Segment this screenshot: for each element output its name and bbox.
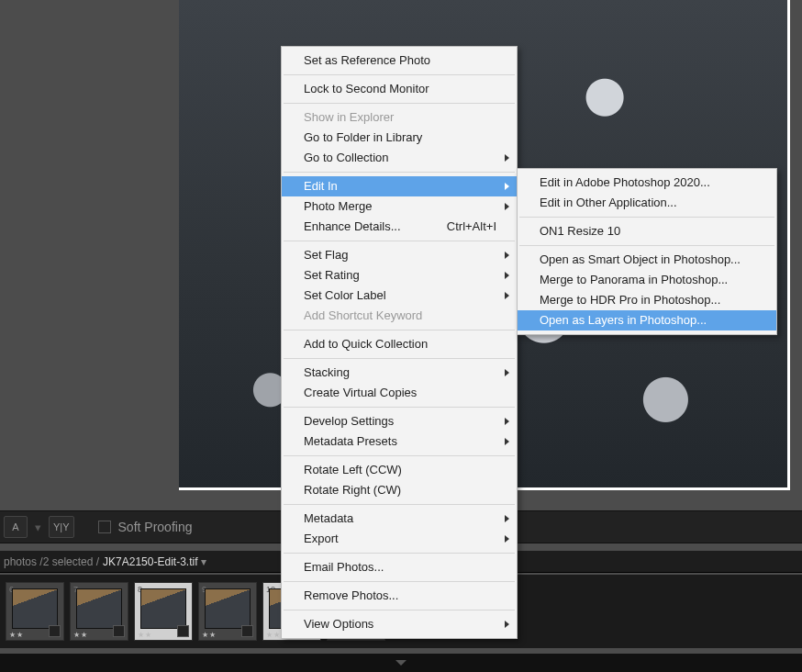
chevron-right-icon bbox=[505, 418, 509, 425]
menu-item-label: Metadata Presets bbox=[304, 434, 397, 448]
thumb-image bbox=[205, 588, 251, 629]
filmstrip-collapse-bar[interactable] bbox=[0, 654, 802, 672]
menu-item-label: Set Rating bbox=[304, 268, 360, 282]
menu-separator bbox=[284, 553, 515, 554]
menu-item-label: Edit In bbox=[304, 179, 338, 193]
menu-item-label: View Options bbox=[304, 617, 373, 631]
menu-item[interactable]: Edit In bbox=[282, 176, 517, 196]
menu-separator bbox=[284, 407, 515, 408]
chevron-right-icon bbox=[505, 154, 509, 162]
menu-item-label: Edit in Other Application... bbox=[540, 196, 677, 209]
menu-item[interactable]: Go to Collection bbox=[282, 148, 517, 168]
menu-item[interactable]: Edit in Adobe Photoshop 2020... bbox=[518, 173, 776, 193]
menu-item-label: Add to Quick Collection bbox=[304, 337, 428, 351]
menu-separator bbox=[284, 581, 515, 582]
menu-item[interactable]: Set Color Label bbox=[282, 286, 517, 306]
menu-item[interactable]: ON1 Resize 10 bbox=[518, 221, 776, 241]
menu-item-label: Set Color Label bbox=[304, 288, 386, 302]
menu-separator bbox=[284, 358, 515, 359]
menu-separator bbox=[284, 172, 515, 173]
menu-item-label: Develop Settings bbox=[304, 414, 394, 428]
breadcrumb-prefix: photos /2 selected / bbox=[4, 555, 99, 568]
filmstrip-thumb[interactable]: 7★★ bbox=[70, 582, 128, 641]
menu-item[interactable]: Merge to Panorama in Photoshop... bbox=[518, 270, 776, 290]
menu-separator bbox=[519, 217, 774, 218]
menu-item-label: Add Shortcut Keyword bbox=[304, 308, 422, 322]
chevron-right-icon bbox=[505, 252, 509, 259]
menu-item[interactable]: Add to Quick Collection bbox=[282, 334, 517, 354]
menu-separator bbox=[284, 330, 515, 330]
menu-separator bbox=[284, 103, 515, 104]
menu-item[interactable]: Metadata Presets bbox=[282, 431, 517, 452]
menu-item[interactable]: Enhance Details...Ctrl+Alt+I bbox=[282, 217, 517, 237]
toolbar-divider: ▾ bbox=[35, 521, 41, 534]
menu-item[interactable]: Edit in Other Application... bbox=[518, 193, 776, 213]
menu-item-label: Go to Folder in Library bbox=[304, 130, 422, 144]
menu-item[interactable]: Open as Layers in Photoshop... bbox=[518, 310, 776, 330]
menu-item-label: Merge to Panorama in Photoshop... bbox=[540, 273, 728, 286]
menu-item[interactable]: Lock to Second Monitor bbox=[282, 79, 517, 99]
thumb-rating: ★★ bbox=[138, 631, 152, 639]
chevron-right-icon bbox=[505, 438, 509, 445]
thumb-badge-icon bbox=[113, 625, 125, 637]
menu-item[interactable]: Rotate Left (CCW) bbox=[282, 460, 517, 480]
menu-item[interactable]: Go to Folder in Library bbox=[282, 128, 517, 148]
menu-item-label: Edit in Adobe Photoshop 2020... bbox=[540, 175, 710, 189]
menu-item[interactable]: Remove Photos... bbox=[282, 586, 517, 606]
filmstrip-thumb[interactable]: 6★★ bbox=[6, 582, 64, 641]
menu-separator bbox=[519, 245, 774, 246]
chevron-right-icon bbox=[505, 272, 509, 279]
menu-item[interactable]: Set Flag bbox=[282, 245, 517, 265]
thumb-image bbox=[140, 588, 186, 629]
menu-item[interactable]: Export bbox=[282, 529, 517, 549]
toolbar-view-mode-a[interactable]: A bbox=[4, 516, 28, 538]
menu-item-label: Rotate Left (CCW) bbox=[304, 463, 402, 476]
menu-item-label: Stacking bbox=[304, 365, 350, 379]
menu-item[interactable]: Metadata bbox=[282, 509, 517, 529]
menu-item-label: Metadata bbox=[304, 511, 353, 525]
thumb-badge-icon bbox=[177, 625, 189, 637]
menu-item[interactable]: Set as Reference Photo bbox=[282, 50, 517, 71]
menu-item-label: Enhance Details... bbox=[304, 219, 401, 233]
thumb-rating: ★★ bbox=[9, 631, 24, 639]
menu-item-label: Photo Merge bbox=[304, 199, 372, 213]
menu-item-label: Open as Layers in Photoshop... bbox=[540, 313, 707, 327]
toolbar-compare-yy[interactable]: Y|Y bbox=[49, 516, 74, 538]
menu-item-label: Remove Photos... bbox=[304, 588, 398, 602]
menu-item-label: Create Virtual Copies bbox=[304, 386, 417, 399]
chevron-down-icon bbox=[395, 660, 407, 666]
menu-separator bbox=[284, 74, 515, 75]
chevron-right-icon bbox=[505, 203, 509, 210]
menu-item[interactable]: Create Virtual Copies bbox=[282, 383, 517, 403]
menu-separator bbox=[284, 455, 515, 456]
thumb-rating: ★★ bbox=[73, 631, 88, 639]
chevron-right-icon bbox=[505, 515, 509, 522]
edit-in-submenu: Edit in Adobe Photoshop 2020...Edit in O… bbox=[517, 168, 777, 335]
menu-separator bbox=[284, 610, 515, 610]
chevron-right-icon bbox=[505, 369, 509, 376]
thumb-rating: ★★ bbox=[266, 631, 281, 639]
thumb-badge-icon bbox=[241, 625, 253, 637]
menu-item-label: ON1 Resize 10 bbox=[540, 224, 620, 238]
menu-item[interactable]: Photo Merge bbox=[282, 196, 517, 217]
soft-proofing-label: Soft Proofing bbox=[118, 520, 193, 534]
breadcrumb-caret-icon[interactable]: ▾ bbox=[201, 555, 206, 568]
menu-item-label: Lock to Second Monitor bbox=[304, 82, 429, 95]
menu-item-shortcut: Ctrl+Alt+I bbox=[447, 217, 496, 237]
menu-item[interactable]: Set Rating bbox=[282, 265, 517, 286]
menu-item-label: Set Flag bbox=[304, 248, 348, 262]
menu-separator bbox=[284, 504, 515, 505]
context-menu: Set as Reference PhotoLock to Second Mon… bbox=[281, 46, 518, 639]
thumb-rating: ★★ bbox=[202, 631, 217, 639]
menu-item[interactable]: Stacking bbox=[282, 363, 517, 383]
soft-proofing-checkbox[interactable] bbox=[98, 521, 111, 533]
breadcrumb-filename[interactable]: JK7A2150-Edit-3.tif bbox=[103, 555, 197, 568]
menu-item[interactable]: Rotate Right (CW) bbox=[282, 480, 517, 500]
filmstrip-thumb[interactable]: 8★★ bbox=[134, 582, 193, 641]
menu-item[interactable]: Develop Settings bbox=[282, 411, 517, 431]
menu-item[interactable]: Open as Smart Object in Photoshop... bbox=[518, 250, 776, 270]
filmstrip-thumb[interactable]: 9★★ bbox=[198, 582, 257, 641]
menu-item[interactable]: Email Photos... bbox=[282, 557, 517, 577]
menu-item[interactable]: View Options bbox=[282, 614, 517, 634]
menu-item[interactable]: Merge to HDR Pro in Photoshop... bbox=[518, 290, 776, 310]
